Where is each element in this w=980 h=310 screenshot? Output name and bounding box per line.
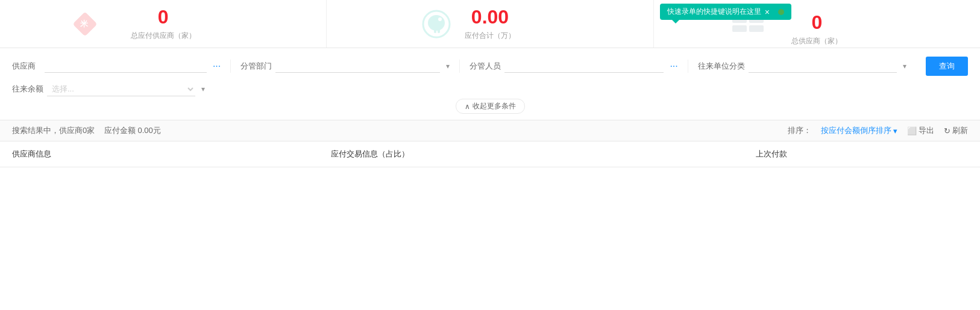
supplier-dots[interactable]: ···	[213, 61, 221, 72]
payable-suppliers-label: 总应付供应商（家）	[131, 31, 196, 41]
svg-text:米: 米	[80, 19, 89, 28]
tooltip-bubble[interactable]: 快速录单的快捷键说明在这里 ×	[660, 4, 791, 20]
filter-balance: 往来余额 选择... ▾	[12, 82, 205, 96]
payable-total-label: 应付合计（万）	[465, 31, 515, 41]
filter-row-1: 供应商 ··· 分管部门 ▾ 分管人员 ··· 往来单位分类 ▾ 查询	[12, 57, 968, 76]
refresh-icon: ↻	[944, 126, 950, 135]
unit-category-input[interactable]	[749, 60, 897, 73]
table-body	[0, 167, 980, 310]
tooltip-dot	[778, 9, 784, 15]
th-transaction-info: 应付交易信息（占比）	[331, 149, 756, 160]
svg-point-4	[438, 17, 442, 21]
svg-rect-5	[434, 29, 436, 33]
stat-card-payable-suppliers: 米 0 总应付供应商（家）	[0, 0, 327, 48]
collapse-label: 收起更多条件	[473, 101, 516, 111]
collapse-row: ∧ 收起更多条件	[12, 99, 968, 114]
balance-label: 往来余额	[12, 84, 43, 95]
stat-card-payable-total: 0.00 应付合计（万）	[327, 0, 653, 48]
department-arrow[interactable]: ▾	[446, 62, 450, 70]
svg-rect-6	[438, 29, 440, 33]
export-button[interactable]: ⬜ 导出	[907, 125, 934, 136]
results-bar: 搜索结果中，供应商0家 应付金额 0.00元 排序： 按应付会额倒序排序 ▾ ⬜…	[0, 120, 980, 141]
query-button[interactable]: 查询	[926, 57, 968, 76]
supplier-label: 供应商	[12, 61, 41, 72]
th-last-payment: 上次付款	[756, 149, 968, 160]
results-text: 搜索结果中，供应商0家	[12, 126, 95, 135]
unit-category-arrow[interactable]: ▾	[903, 62, 906, 70]
payable-total-number: 0.00	[471, 7, 509, 28]
sort-arrow-icon: ▾	[893, 126, 897, 135]
supplier-input[interactable]	[45, 60, 207, 73]
th-supplier-info: 供应商信息	[12, 149, 331, 160]
filter-department: 分管部门 ▾	[240, 60, 459, 73]
total-suppliers-number: 0	[811, 12, 822, 33]
export-icon: ⬜	[907, 126, 917, 135]
balance-select[interactable]: 选择...	[47, 82, 195, 96]
sort-value: 按应付会额倒序排序	[821, 125, 891, 136]
query-btn-wrapper: 查询	[926, 57, 968, 76]
filter-manager: 分管人员 ···	[470, 60, 688, 73]
payable-suppliers-number: 0	[158, 7, 169, 28]
total-suppliers-label: 总供应商（家）	[791, 36, 842, 46]
export-label: 导出	[919, 125, 934, 136]
filter-row-2: 往来余额 选择... ▾	[12, 82, 968, 96]
collapse-up-icon: ∧	[465, 102, 470, 111]
collapse-button[interactable]: ∧ 收起更多条件	[456, 99, 525, 114]
diamond-icon: 米	[72, 11, 98, 37]
filter-unit-category: 往来单位分类 ▾	[698, 60, 916, 73]
department-label: 分管部门	[240, 61, 272, 72]
refresh-label: 刷新	[952, 125, 968, 136]
manager-label: 分管人员	[470, 61, 501, 72]
filter-area: 供应商 ··· 分管部门 ▾ 分管人员 ··· 往来单位分类 ▾ 查询 往来	[0, 48, 980, 120]
results-right: 排序： 按应付会额倒序排序 ▾ ⬜ 导出 ↻ 刷新	[788, 125, 968, 136]
tooltip-close-button[interactable]: ×	[765, 8, 770, 16]
manager-dots[interactable]: ···	[670, 61, 677, 72]
filter-supplier: 供应商 ···	[12, 60, 231, 73]
results-left: 搜索结果中，供应商0家 应付金额 0.00元	[12, 125, 161, 136]
svg-point-3	[428, 15, 445, 31]
sort-select[interactable]: 按应付会额倒序排序 ▾	[821, 125, 897, 136]
piggy-icon	[418, 6, 454, 42]
balance-arrow[interactable]: ▾	[201, 85, 205, 93]
svg-rect-10	[749, 25, 764, 32]
stats-bar: 米 0 总应付供应商（家） 0.00 应付合计（万） 快速录单的快捷键说明在这里…	[0, 0, 980, 48]
tooltip-text: 快速录单的快捷键说明在这里	[667, 7, 761, 17]
svg-rect-9	[732, 25, 747, 32]
refresh-button[interactable]: ↻ 刷新	[944, 125, 968, 136]
results-amount: 应付金额 0.00元	[104, 126, 161, 135]
unit-category-label: 往来单位分类	[698, 61, 745, 72]
stat-card-total-suppliers: 快速录单的快捷键说明在这里 × 0 总供应商（家）	[654, 0, 980, 48]
table-header: 供应商信息 应付交易信息（占比） 上次付款	[0, 141, 980, 167]
manager-input[interactable]	[504, 60, 664, 73]
sort-label: 排序：	[788, 125, 811, 136]
department-input[interactable]	[275, 60, 439, 73]
